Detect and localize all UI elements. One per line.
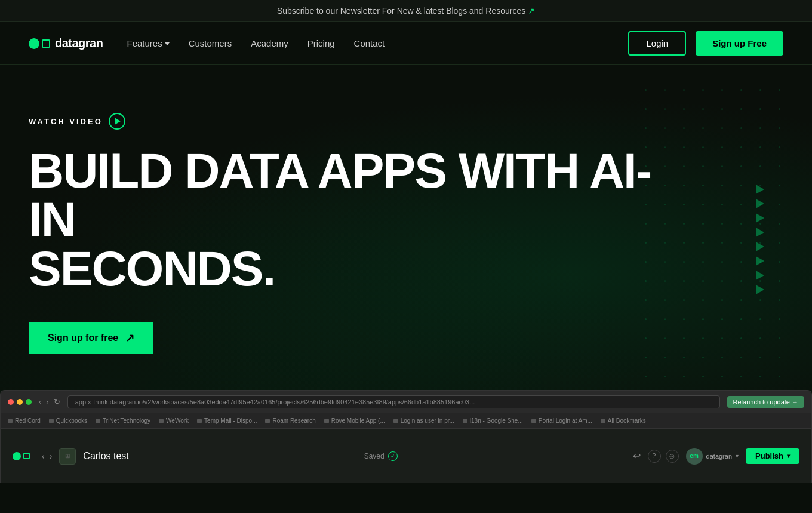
play-button[interactable] (109, 113, 125, 130)
avatar: cm (686, 448, 703, 465)
banner-arrow: ↗ (528, 6, 535, 16)
hero-title-line2: SECONDS. (29, 241, 275, 296)
app-saved-status: Saved ✓ (364, 451, 398, 461)
bookmark-item[interactable]: Portal Login at Am... (531, 417, 592, 424)
navbar: datagran Features Customers Academy Pric… (0, 22, 812, 65)
hero-cta-label: Sign up for free (48, 333, 118, 343)
bookmark-item[interactable]: Temp Mail - Dispo... (197, 417, 257, 424)
features-dropdown[interactable]: Features (127, 38, 169, 48)
bookmark-item[interactable]: TriNet Technology (96, 417, 150, 424)
bookmark-icon (265, 419, 270, 423)
app-icon: ⊞ (59, 448, 76, 465)
signup-button[interactable]: Sign up Free (696, 31, 783, 56)
user-menu[interactable]: cm datagran ▾ (686, 448, 739, 465)
saved-label: Saved (364, 452, 385, 460)
browser-back-icon[interactable]: ‹ (39, 397, 41, 406)
logo[interactable]: datagran (29, 36, 103, 50)
app-logo-square (23, 453, 30, 459)
bookmark-icon (324, 419, 329, 423)
bookmark-item[interactable]: All Bookmarks (601, 417, 646, 424)
nav-right: Login Sign up Free (628, 31, 783, 56)
hero-title-line1: BUILD DATA APPS WITH AI-IN (29, 143, 651, 247)
hero-cta-arrow: ↗ (125, 331, 134, 345)
publish-button[interactable]: Publish ▾ (746, 448, 799, 464)
bookmark-item[interactable]: i18n - Google She... (463, 417, 523, 424)
browser-mockup-container: ‹ › ↻ app.x-trunk.datagran.io/v2/workspa… (0, 390, 812, 483)
browser-nav-icons: ‹ › ↻ (39, 397, 60, 406)
nav-item-features[interactable]: Features (127, 38, 169, 48)
browser-close-dot (8, 399, 14, 405)
logo-icon (29, 38, 50, 49)
chevron-down-icon (165, 42, 170, 45)
bookmark-item[interactable]: Quickbooks (49, 417, 87, 424)
academy-link[interactable]: Academy (251, 38, 288, 48)
app-forward-icon[interactable]: › (50, 451, 53, 461)
eye-icon[interactable]: ◎ (666, 450, 679, 463)
app-title-bar: ‹ › ⊞ Carlos test (42, 448, 129, 465)
bookmark-icon (159, 419, 164, 423)
nav-item-pricing[interactable]: Pricing (307, 38, 335, 49)
logo-circle (29, 38, 39, 49)
app-back-icon[interactable]: ‹ (42, 451, 45, 461)
bookmarks-bar: Red Cord Quickbooks TriNet Technology We… (1, 413, 811, 429)
publish-chevron-icon: ▾ (787, 453, 790, 459)
app-content-bar: ‹ › ⊞ Carlos test Saved ✓ ↩ ? (42, 448, 799, 465)
nav-item-customers[interactable]: Customers (189, 38, 232, 49)
arrow-shape-4 (756, 228, 764, 237)
arrow-shape-3 (756, 213, 764, 223)
bookmark-icon (393, 419, 398, 423)
nav-links: Features Customers Academy Pricing Conta… (127, 38, 385, 49)
app-title: Carlos test (83, 451, 128, 462)
browser-reload-icon[interactable]: ↻ (54, 397, 60, 406)
help-icons: ? ◎ (648, 450, 679, 463)
bookmark-item[interactable]: Rove Mobile App (... (324, 417, 385, 424)
watch-video-label: WATCH VIDEO (29, 117, 103, 126)
browser-relaunch-button[interactable]: Relaunch to update → (727, 396, 804, 408)
arrow-shape-8 (756, 285, 764, 294)
bookmark-item[interactable]: Roam Research (265, 417, 315, 424)
user-name: datagran (706, 453, 732, 460)
logo-square (42, 39, 50, 48)
app-logo-circle (13, 452, 21, 460)
bookmark-icon (463, 419, 467, 423)
arrow-shape-6 (756, 256, 764, 266)
hero-section: // We'll generate dots inline via JS aft… (0, 65, 812, 483)
contact-link[interactable]: Contact (354, 38, 385, 48)
publish-label: Publish (755, 451, 783, 460)
bookmark-icon (8, 419, 13, 423)
avatar-initials: cm (690, 453, 698, 459)
customers-link[interactable]: Customers (189, 38, 232, 48)
app-logo-small (13, 452, 30, 460)
browser-maximize-dot (26, 399, 32, 405)
nav-item-academy[interactable]: Academy (251, 38, 288, 49)
hero-cta-button[interactable]: Sign up for free ↗ (29, 322, 153, 354)
arrow-shape-5 (756, 242, 764, 251)
bookmark-icon (601, 419, 605, 423)
browser-content: ‹ › ⊞ Carlos test Saved ✓ ↩ ? (1, 429, 811, 483)
saved-check-icon: ✓ (388, 451, 398, 461)
login-button[interactable]: Login (628, 31, 686, 56)
top-banner: Subscribe to our Newsletter For New & la… (0, 0, 812, 22)
browser-minimize-dot (17, 399, 23, 405)
bookmark-icon (49, 419, 54, 423)
browser-mockup: ‹ › ↻ app.x-trunk.datagran.io/v2/workspa… (0, 390, 812, 483)
arrow-shape-7 (756, 271, 764, 280)
arrow-shapes-decoration (756, 185, 764, 294)
question-icon[interactable]: ? (648, 450, 661, 463)
undo-icon[interactable]: ↩ (633, 450, 641, 462)
browser-address-bar[interactable]: app.x-trunk.datagran.io/v2/workspaces/5e… (67, 395, 720, 408)
bookmark-item[interactable]: Login as user in pr... (393, 417, 454, 424)
hero-title: BUILD DATA APPS WITH AI-IN SECONDS. (29, 146, 685, 293)
pricing-link[interactable]: Pricing (307, 38, 335, 48)
app-nav-arrows: ‹ › (42, 451, 52, 461)
browser-chrome: ‹ › ↻ app.x-trunk.datagran.io/v2/workspa… (1, 391, 811, 413)
bookmark-item[interactable]: Red Cord (8, 417, 41, 424)
bookmark-item[interactable]: WeWork (159, 417, 189, 424)
browser-forward-icon[interactable]: › (46, 397, 48, 406)
play-icon (115, 118, 121, 125)
watch-video-row[interactable]: WATCH VIDEO (29, 113, 783, 130)
bookmark-icon (197, 419, 202, 423)
arrow-shape-2 (756, 199, 764, 208)
nav-item-contact[interactable]: Contact (354, 38, 385, 49)
browser-window-controls (8, 399, 32, 405)
